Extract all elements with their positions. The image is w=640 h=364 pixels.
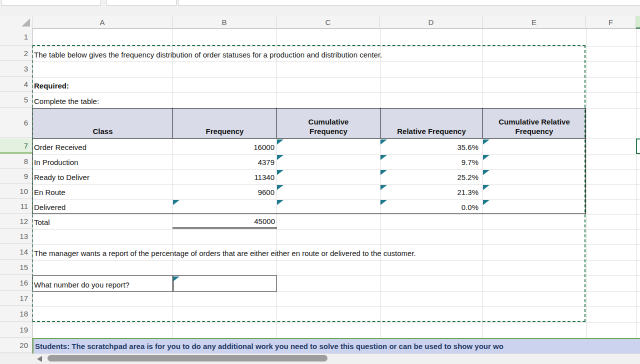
row-header-20[interactable]: 20 <box>0 338 32 353</box>
cell-a2[interactable]: The table below gives the frequency dist… <box>32 46 582 62</box>
cell-b12-total[interactable]: 45000 <box>172 214 277 229</box>
table-header-row: Class Frequency Cumulative Frequency Rel… <box>32 108 586 138</box>
row-header-5[interactable]: 5 <box>0 92 32 108</box>
input-flag-icon <box>483 170 490 175</box>
active-cell-g7[interactable] <box>636 138 640 154</box>
cell-b11[interactable] <box>172 199 276 214</box>
header-frequency[interactable]: Frequency <box>172 108 276 138</box>
row-header-6[interactable]: 6 <box>0 108 32 138</box>
cell-a16[interactable]: What number do you report? <box>32 276 172 292</box>
column-header-d[interactable]: D <box>380 16 482 28</box>
cell-d7[interactable]: 35.6% <box>380 138 480 154</box>
row-header-19[interactable]: 19 <box>0 322 32 338</box>
spreadsheet-window: ABCDEF 1234567891011121314151617181920 T… <box>0 0 640 364</box>
row-header-9[interactable]: 9 <box>0 169 32 184</box>
select-all-button[interactable] <box>0 16 32 28</box>
horizontal-scrollbar <box>0 354 640 364</box>
column-headers: ABCDEF <box>0 16 640 29</box>
column-header-f[interactable]: F <box>586 16 636 28</box>
cell-d11[interactable]: 0.0% <box>380 199 480 214</box>
cell-a14[interactable]: The manager wants a report of the percen… <box>32 244 588 260</box>
select-all-corner-icon <box>22 18 30 26</box>
cell-a10[interactable]: En Route <box>32 184 172 199</box>
row-header-18[interactable]: 18 <box>0 306 32 322</box>
row-header-1[interactable]: 1 <box>0 28 32 46</box>
cell-b9[interactable]: 11340 <box>172 169 276 184</box>
cell-d10[interactable]: 21.3% <box>380 184 480 199</box>
name-box[interactable] <box>1 0 101 6</box>
fx-box[interactable] <box>106 0 176 6</box>
cell-a7[interactable]: Order Received <box>32 138 172 154</box>
cell-d9[interactable]: 25.2% <box>380 169 480 184</box>
row-header-10[interactable]: 10 <box>0 184 32 198</box>
input-flag-icon <box>277 170 284 175</box>
input-flag-icon <box>277 155 284 160</box>
header-cumulative-frequency[interactable]: Cumulative Frequency <box>276 108 380 138</box>
formula-input[interactable] <box>178 0 640 6</box>
input-flag-icon <box>483 185 490 190</box>
gridline-horizontal <box>32 260 640 260</box>
row-header-16[interactable]: 16 <box>0 276 32 290</box>
column-header-e[interactable]: E <box>482 16 586 28</box>
scroll-left-arrow-icon[interactable] <box>37 356 42 362</box>
row-header-17[interactable]: 17 <box>0 291 32 306</box>
gridline-horizontal <box>32 62 640 62</box>
input-flag-icon <box>277 185 284 190</box>
cell-a9[interactable]: Ready to Deliver <box>32 169 172 184</box>
row-headers: 1234567891011121314151617181920 <box>0 28 32 354</box>
cell-a8[interactable]: In Production <box>32 154 172 169</box>
row-header-7[interactable]: 7 <box>0 138 32 154</box>
header-relative-frequency[interactable]: Relative Frequency <box>380 108 482 138</box>
row-header-11[interactable]: 11 <box>0 199 32 214</box>
row-header-13[interactable]: 13 <box>0 229 32 244</box>
cell-a12[interactable]: Total <box>32 214 172 229</box>
cell-a11[interactable]: Delivered <box>32 199 172 214</box>
cell-d8[interactable]: 9.7% <box>380 154 480 169</box>
cell-a20-scratchpad-note[interactable]: Students: The scratchpad area is for you… <box>32 338 640 354</box>
column-header-b[interactable]: B <box>172 16 276 28</box>
row-header-14[interactable]: 14 <box>0 244 32 260</box>
row-header-15[interactable]: 15 <box>0 260 32 275</box>
cell-b8[interactable]: 4379 <box>172 154 276 169</box>
cell-b7[interactable]: 16000 <box>172 138 276 154</box>
header-cumulative-relative-frequency[interactable]: Cumulative Relative Frequency <box>482 108 586 138</box>
input-flag-icon <box>483 200 490 205</box>
row-header-2[interactable]: 2 <box>0 46 32 61</box>
input-flag-icon <box>277 140 284 144</box>
input-flag-icon <box>277 200 284 205</box>
column-header-g-partial[interactable] <box>636 16 640 28</box>
gridline-horizontal <box>32 306 640 307</box>
column-header-c[interactable]: C <box>276 16 380 28</box>
cell-b10[interactable]: 9600 <box>172 184 276 199</box>
formula-bar-strip <box>0 0 640 16</box>
gridline-horizontal <box>32 229 640 230</box>
row-header-4[interactable]: 4 <box>0 77 32 92</box>
row-header-12[interactable]: 12 <box>0 214 32 228</box>
input-flag-icon <box>173 276 180 282</box>
cell-a4[interactable]: Required: <box>32 77 172 92</box>
row-header-3[interactable]: 3 <box>0 62 32 76</box>
column-header-a[interactable]: A <box>32 16 172 28</box>
cell-a5[interactable]: Complete the table: <box>32 92 172 108</box>
row-header-8[interactable]: 8 <box>0 154 32 168</box>
gridline-horizontal <box>32 322 640 322</box>
input-flag-icon <box>483 155 490 160</box>
scrollbar-thumb[interactable] <box>48 355 328 362</box>
header-class[interactable]: Class <box>32 108 172 138</box>
input-flag-icon <box>483 140 490 144</box>
